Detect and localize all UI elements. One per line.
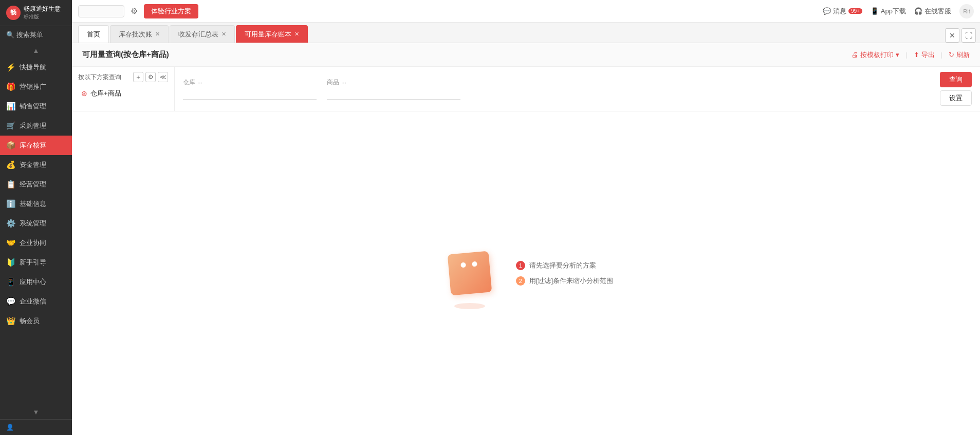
nav-icon-system: ⚙️ — [6, 219, 15, 228]
tip-number-1: 1 — [516, 261, 525, 270]
tabs-bar: 首页库存批次账✕收发存汇总表✕可用量库存账本✕ ✕ ⛶ — [72, 23, 980, 43]
sidebar-item-basic-info[interactable]: ℹ️基础信息 — [0, 194, 72, 214]
empty-tips: 1 请先选择要分析的方案 2 用[过滤]条件来缩小分析范围 — [516, 261, 613, 286]
online-service-label: 在线客服 — [924, 7, 951, 16]
empty-illustration — [439, 242, 501, 304]
warehouse-field: 仓库 ··· — [183, 78, 317, 100]
service-icon: 🎧 — [914, 7, 922, 15]
warehouse-input[interactable] — [183, 88, 317, 100]
nav-icon-enterprise: 🤝 — [6, 238, 15, 248]
tab-home[interactable]: 首页 — [78, 25, 109, 43]
empty-tip-1: 1 请先选择要分析的方案 — [516, 261, 613, 270]
nav-icon-app-center: 📱 — [6, 277, 15, 287]
filter-schemes-panel: 按以下方案查询 ＋ ⚙ ≪ ⊛ 仓库+商品 — [72, 67, 175, 111]
nav-icon-vip: 👑 — [6, 316, 15, 326]
empty-tip-1-text: 请先选择要分析的方案 — [529, 261, 596, 270]
tab-close-available-inventory[interactable]: ✕ — [294, 31, 299, 37]
filter-fields: 仓库 ··· 商品 ··· 查询 设置 — [175, 67, 980, 111]
tab-available-inventory[interactable]: 可用量库存账本✕ — [236, 25, 308, 43]
nav-label-purchase: 采购管理 — [20, 121, 46, 130]
gear-icon[interactable]: ⚙ — [128, 4, 140, 18]
nav-label-sales: 销售管理 — [20, 102, 46, 111]
tab-close-receive-summary[interactable]: ✕ — [221, 31, 226, 37]
online-service-btn[interactable]: 🎧 在线客服 — [914, 7, 951, 16]
tab-label-available-inventory: 可用量库存账本 — [245, 30, 291, 39]
topbar-search-input[interactable] — [78, 5, 124, 17]
sidebar-item-enterprise-wechat[interactable]: 💬企业微信 — [0, 292, 72, 311]
sidebar-item-sales[interactable]: 📊销售管理 — [0, 97, 72, 116]
messages-btn[interactable]: 💬 消息 99+ — [823, 7, 862, 16]
product-label: 商品 — [327, 78, 339, 87]
nav-icon-purchase: 🛒 — [6, 121, 15, 130]
nav-label-new-guide: 新手引导 — [20, 258, 46, 267]
sidebar-item-inventory[interactable]: 📦库存核算 — [0, 136, 72, 155]
nav-icon-new-guide: 🔰 — [6, 258, 15, 267]
product-input[interactable] — [327, 88, 460, 100]
scheme-icon: ⊛ — [81, 89, 87, 98]
nav-label-basic-info: 基础信息 — [20, 199, 46, 209]
collapse-schemes-btn[interactable]: ≪ — [158, 72, 168, 82]
main-area: ⚙ 体验行业方案 💬 消息 99+ 📱 App下载 🎧 在线客服 Rit — [72, 0, 980, 435]
tab-receive-summary[interactable]: 收发存汇总表✕ — [170, 25, 235, 43]
sidebar-item-quick-nav[interactable]: ⚡快捷导航 — [0, 58, 72, 77]
settings-button[interactable]: 设置 — [940, 90, 972, 106]
search-icon: 🔍 — [6, 31, 14, 39]
export-icon: ⬆ — [914, 51, 919, 59]
add-scheme-btn[interactable]: ＋ — [133, 72, 143, 82]
product-field: 商品 ··· — [327, 78, 460, 100]
content-area: 可用量查询(按仓库+商品) 🖨 按模板打印 ▾ | ⬆ 导出 | ↻ 刷新 — [72, 43, 980, 435]
sidebar-item-vip[interactable]: 👑畅会员 — [0, 311, 72, 331]
box-face — [460, 261, 477, 268]
sidebar-bottom[interactable]: 👤 — [0, 419, 72, 435]
page-title: 可用量查询(按仓库+商品) — [82, 50, 852, 60]
maximize-tab-btn[interactable]: ⛶ — [961, 28, 976, 43]
sidebar-item-purchase[interactable]: 🛒采购管理 — [0, 116, 72, 136]
divider-2: | — [941, 51, 942, 59]
logo-text-group: 畅康通好生意 标准版 — [24, 5, 61, 21]
query-button[interactable]: 查询 — [940, 72, 972, 87]
sidebar-item-new-guide[interactable]: 🔰新手引导 — [0, 253, 72, 272]
export-btn[interactable]: ⬆ 导出 — [914, 50, 935, 60]
topbar-right: 💬 消息 99+ 📱 App下载 🎧 在线客服 Rit — [823, 4, 974, 18]
product-more-btn[interactable]: ··· — [341, 79, 346, 86]
print-btn[interactable]: 🖨 按模板打印 ▾ — [852, 50, 899, 60]
app-download-btn[interactable]: 📱 App下载 — [871, 7, 906, 16]
logo-icon: 畅 — [6, 6, 21, 20]
warehouse-more-btn[interactable]: ··· — [197, 79, 202, 86]
product-field-label: 商品 ··· — [327, 78, 460, 87]
sidebar-item-app-center[interactable]: 📱应用中心 — [0, 272, 72, 292]
filter-schemes-actions: ＋ ⚙ ≪ — [133, 72, 168, 82]
refresh-btn[interactable]: ↻ 刷新 — [949, 50, 970, 60]
scheme-item-warehouse-product[interactable]: ⊛ 仓库+商品 — [78, 86, 168, 101]
sidebar-item-finance[interactable]: 💰资金管理 — [0, 155, 72, 175]
sidebar-search[interactable]: 🔍 搜索菜单 — [0, 26, 72, 44]
tabs-actions: ✕ ⛶ — [945, 28, 980, 43]
sidebar-item-marketing[interactable]: 🎁营销推广 — [0, 77, 72, 97]
page-actions: 🖨 按模板打印 ▾ | ⬆ 导出 | ↻ 刷新 — [852, 50, 970, 60]
sidebar-scroll-up[interactable]: ▲ — [0, 44, 72, 58]
close-tab-btn[interactable]: ✕ — [945, 28, 959, 43]
box-eye-right — [472, 261, 477, 267]
warehouse-field-label: 仓库 ··· — [183, 78, 317, 87]
edit-scheme-btn[interactable]: ⚙ — [145, 72, 156, 82]
app-download-label: App下载 — [881, 7, 906, 16]
sidebar-item-system[interactable]: ⚙️系统管理 — [0, 214, 72, 233]
nav-label-operation: 经营管理 — [20, 180, 46, 189]
sidebar-item-enterprise[interactable]: 🤝企业协同 — [0, 233, 72, 253]
industry-btn[interactable]: 体验行业方案 — [144, 4, 198, 18]
user-profile-btn[interactable]: Rit — [959, 4, 974, 18]
box-eye-left — [460, 262, 466, 268]
nav-label-finance: 资金管理 — [20, 160, 46, 169]
refresh-label: 刷新 — [956, 50, 970, 60]
sidebar-item-operation[interactable]: 📋经营管理 — [0, 175, 72, 194]
nav-icon-basic-info: ℹ️ — [6, 199, 15, 209]
divider-1: | — [905, 51, 907, 59]
nav-icon-inventory: 📦 — [6, 141, 15, 150]
filter-schemes-label: 按以下方案查询 — [78, 73, 121, 82]
empty-tip-2-text: 用[过滤]条件来缩小分析范围 — [529, 276, 613, 286]
filter-schemes-header: 按以下方案查询 ＋ ⚙ ≪ — [78, 72, 168, 82]
nav-icon-sales: 📊 — [6, 102, 15, 111]
tab-close-batch-account[interactable]: ✕ — [155, 31, 160, 37]
tab-batch-account[interactable]: 库存批次账✕ — [110, 25, 169, 43]
sidebar-scroll-down[interactable]: ▼ — [0, 405, 72, 419]
